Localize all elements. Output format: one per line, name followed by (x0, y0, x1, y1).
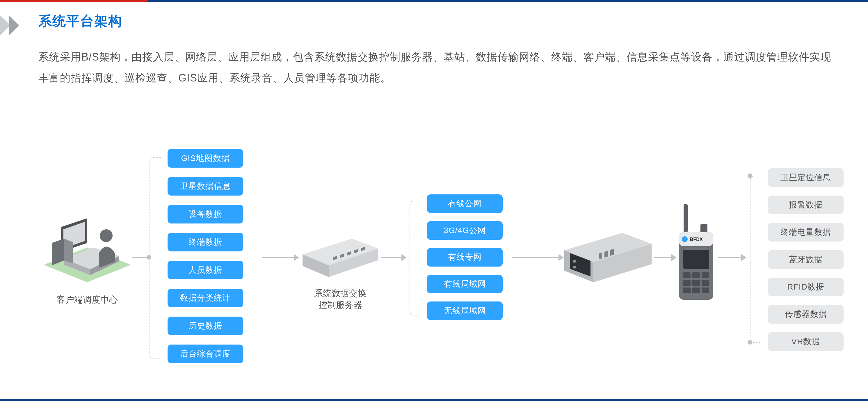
connector (381, 257, 401, 258)
terminal-data-pill: 蓝牙数据 (768, 250, 843, 269)
network-pill: 3G/4G公网 (427, 221, 503, 240)
network-pill: 有线专网 (427, 248, 503, 267)
server-switch-icon (303, 239, 378, 280)
svg-rect-40 (683, 287, 690, 293)
connector (512, 257, 558, 258)
client-label: 客户端调度中心 (50, 294, 125, 306)
bracket-dot (748, 174, 752, 178)
page-title: 系统平台架构 (38, 12, 122, 30)
bracket-dot (147, 255, 151, 259)
connector (718, 257, 741, 258)
svg-point-10 (100, 229, 113, 242)
svg-point-24 (573, 266, 576, 269)
data-type-pill: 设备数据 (167, 205, 243, 223)
data-type-pill: 卫星数据信息 (167, 177, 243, 195)
network-pill: 有线局域网 (427, 275, 503, 293)
svg-rect-35 (692, 272, 700, 278)
connector (262, 257, 294, 258)
terminal-data-pill: VR数据 (768, 332, 843, 351)
client-workstation-icon (43, 215, 131, 283)
svg-rect-33 (683, 250, 709, 269)
svg-rect-39 (702, 280, 709, 286)
terminal-data-pill: 卫星定位信息 (768, 168, 843, 187)
data-type-pill: 终端数据 (167, 233, 243, 251)
svg-rect-28 (684, 204, 688, 233)
base-station-icon (564, 233, 652, 286)
server-label: 系统数据交换 控制服务器 (303, 287, 378, 311)
arrow-right-icon (294, 254, 299, 261)
top-rule (0, 0, 868, 2)
network-pill: 有线公网 (427, 194, 503, 213)
svg-rect-37 (683, 280, 690, 286)
svg-rect-36 (702, 272, 709, 278)
network-pill: 无线局域网 (427, 302, 503, 320)
header-arrow-icon (0, 15, 28, 35)
arrow-right-icon (401, 254, 407, 261)
data-type-pill: 数据分类统计 (167, 289, 243, 307)
arrow-right-icon (558, 254, 564, 261)
svg-rect-29 (701, 224, 707, 233)
bracket-networks (409, 201, 421, 315)
bracket-terminal-data (750, 176, 761, 343)
svg-rect-25 (599, 253, 602, 259)
svg-marker-9 (64, 239, 73, 264)
data-type-pill: 人员数据 (167, 261, 243, 279)
page-description: 系统采用B/S架构，由接入层、网络层、应用层组成，包含系统数据交换控制服务器、基… (38, 47, 833, 89)
terminal-data-pill: 报警数据 (768, 195, 843, 214)
bottom-rule (0, 399, 868, 401)
bracket-data-types (150, 157, 161, 359)
data-type-pill: GIS地图数据 (167, 149, 243, 167)
connector (654, 257, 671, 258)
svg-point-32 (682, 236, 688, 242)
data-type-pill: 历史数据 (167, 317, 243, 335)
svg-rect-42 (702, 287, 709, 293)
radio-terminal-icon (677, 204, 715, 304)
svg-marker-1 (9, 15, 19, 35)
svg-rect-26 (604, 251, 608, 257)
bracket-dot (748, 340, 752, 344)
arrow-right-icon (741, 254, 746, 261)
svg-rect-34 (683, 272, 690, 278)
svg-point-23 (573, 260, 576, 263)
arrow-right-icon (671, 254, 677, 261)
svg-rect-38 (692, 280, 700, 286)
terminal-data-pill: 终端电量数据 (768, 223, 843, 242)
svg-rect-41 (692, 287, 700, 293)
connector (132, 257, 147, 258)
data-type-pill: 后台综合调度 (167, 344, 243, 363)
svg-rect-27 (610, 249, 614, 256)
terminal-data-pill: RFID数据 (768, 278, 843, 296)
radio-brand-label: BFDX (690, 237, 703, 242)
terminal-data-pill: 传感器数据 (768, 305, 843, 323)
